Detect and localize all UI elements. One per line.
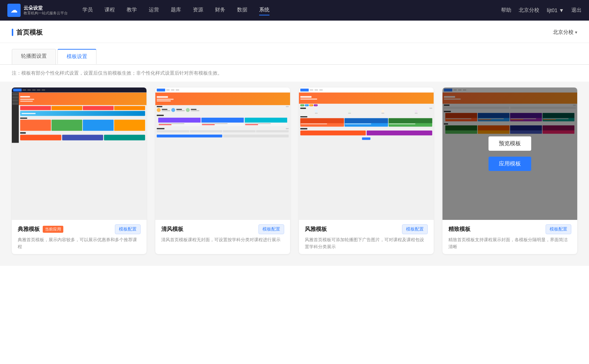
nav-operations[interactable]: 运营	[149, 5, 159, 15]
note-text: 注：模板有部分个性化样式设置，设置后仅当前模板生效；非个性化样式设置后针对所有模…	[12, 70, 222, 76]
branch-selector[interactable]: 北京分校 ▾	[553, 29, 577, 36]
tab-template[interactable]: 模板设置	[57, 49, 96, 64]
template-overlay-refined: 预览模板 应用模板	[442, 88, 577, 220]
template-desc-elegant2: 风雅首页模板可添加轮播图下广告图片，可对课程及课程包设置学科分类展示	[305, 236, 428, 250]
page-header: 首页模板 北京分校 ▾	[0, 21, 589, 43]
template-preview-refined: 预览模板 应用模板	[442, 88, 577, 220]
template-desc-elegant: 典雅首页模板，展示内容较多，可以展示优惠券和多个推荐课程	[18, 236, 141, 250]
navbar: ☁ 云朵设堂 教育机构一站式服务云平台 学员 课程 教学 运营 题库 资源 财务…	[0, 0, 589, 21]
page-title: 首页模板	[16, 28, 43, 37]
template-card-refined: 预览模板 应用模板 精致模板 模板配置 精致首页模板支持课程展示封面，各模板分隔…	[442, 88, 577, 254]
template-desc-clean: 清风首页模板课程无封面，可设置按学科分类对课程进行展示	[161, 236, 284, 243]
apply-button-elegant[interactable]: 应用模板	[58, 157, 100, 171]
tabs: 轮播图设置 模板设置	[12, 49, 577, 64]
config-button-elegant[interactable]: 模板配置	[115, 224, 141, 234]
nav-system[interactable]: 系统	[259, 5, 269, 15]
nav-finance[interactable]: 财务	[215, 5, 225, 15]
template-footer-clean: 清风模板 模板配置 清风首页模板课程无封面，可设置按学科分类对课程进行展示	[155, 220, 290, 247]
apply-button-refined[interactable]: 应用模板	[489, 157, 531, 171]
template-name-clean: 清风模板	[161, 226, 183, 233]
branch-selector-label: 北京分校	[553, 29, 574, 36]
page-container: 首页模板 北京分校 ▾ 轮播图设置 模板设置 注：模板有部分个性化样式设置，设置…	[0, 21, 589, 364]
template-name-elegant2: 风雅模板	[305, 226, 327, 233]
nav-resources[interactable]: 资源	[193, 5, 203, 15]
apply-button-elegant2[interactable]: 应用模板	[345, 157, 388, 171]
preview-button-refined[interactable]: 预览模板	[489, 136, 531, 151]
config-button-clean[interactable]: 模板配置	[258, 224, 284, 234]
template-preview-clean: 预览模板 应用模板	[155, 88, 290, 220]
template-card-clean: 预览模板 应用模板 清风模板 模板配置 清风首页模板课程无封面，可设置按学科分类…	[155, 88, 290, 254]
logo-subtitle: 教育机构一站式服务云平台	[24, 11, 68, 15]
main-nav: 学员 课程 教学 运营 题库 资源 财务 数据 系统	[82, 5, 501, 15]
template-card-elegant2: 英语 数学 编程 艺术	[299, 88, 434, 254]
branch-link[interactable]: 北京分校	[519, 7, 539, 14]
template-card-elegant: 预览模板 应用模板 典雅模板 当前应用 模板配置 典雅首页模板，展示内容较多，可…	[12, 88, 147, 254]
logo[interactable]: ☁ 云朵设堂 教育机构一站式服务云平台	[7, 4, 68, 17]
page-title-bar	[12, 29, 13, 36]
template-preview-elegant: 预览模板 应用模板	[12, 88, 147, 220]
config-button-refined[interactable]: 模板配置	[546, 224, 571, 234]
nav-courses[interactable]: 课程	[105, 5, 115, 15]
config-button-elegant2[interactable]: 模板配置	[402, 224, 428, 234]
template-name-elegant: 典雅模板	[18, 226, 40, 233]
template-name-refined: 精致模板	[448, 226, 470, 233]
template-footer-refined: 精致模板 模板配置 精致首页模板支持课程展示封面，各模板分隔明显，界面简洁清晰	[442, 220, 577, 254]
template-footer-elegant: 典雅模板 当前应用 模板配置 典雅首页模板，展示内容较多，可以展示优惠券和多个推…	[12, 220, 147, 254]
tabs-container: 轮播图设置 模板设置	[0, 43, 589, 65]
preview-button-elegant[interactable]: 预览模板	[58, 136, 100, 151]
note-bar: 注：模板有部分个性化样式设置，设置后仅当前模板生效；非个性化样式设置后针对所有模…	[0, 65, 589, 82]
apply-button-clean[interactable]: 应用模板	[201, 157, 244, 171]
template-preview-elegant2: 英语 数学 编程 艺术	[299, 88, 434, 220]
template-footer-elegant2: 风雅模板 模板配置 风雅首页模板可添加轮播图下广告图片，可对课程及课程包设置学科…	[299, 220, 434, 254]
user-menu[interactable]: lijt01 ▼	[547, 7, 564, 13]
nav-students[interactable]: 学员	[82, 5, 93, 15]
badge-current-elegant: 当前应用	[43, 226, 63, 233]
chevron-down-icon: ▾	[575, 30, 577, 35]
navbar-right: 帮助 北京分校 lijt01 ▼ 退出	[501, 7, 582, 14]
template-name-group: 典雅模板 当前应用	[18, 226, 63, 233]
nav-data[interactable]: 数据	[237, 5, 247, 15]
template-name-row: 典雅模板 当前应用 模板配置	[18, 224, 141, 234]
templates-grid: 预览模板 应用模板 典雅模板 当前应用 模板配置 典雅首页模板，展示内容较多，可…	[0, 82, 589, 266]
logo-icon: ☁	[7, 4, 21, 17]
help-link[interactable]: 帮助	[501, 7, 511, 14]
logout-button[interactable]: 退出	[571, 7, 582, 14]
nav-questions[interactable]: 题库	[171, 5, 181, 15]
preview-button-elegant2[interactable]: 预览模板	[345, 136, 388, 151]
template-desc-refined: 精致首页模板支持课程展示封面，各模板分隔明显，界面简洁清晰	[448, 236, 571, 250]
tab-carousel[interactable]: 轮播图设置	[12, 49, 56, 64]
logo-title: 云朵设堂	[24, 5, 68, 11]
nav-teaching[interactable]: 教学	[127, 5, 137, 15]
page-title-wrap: 首页模板	[12, 28, 43, 37]
preview-button-clean[interactable]: 预览模板	[201, 136, 244, 151]
